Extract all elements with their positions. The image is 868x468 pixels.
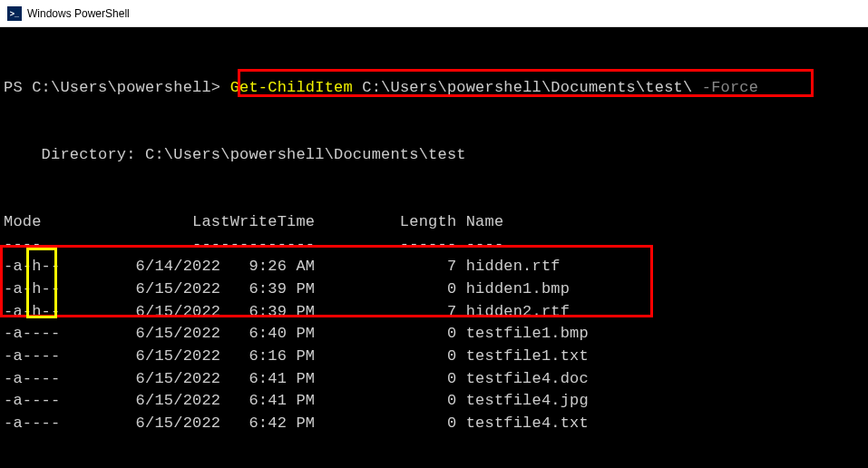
- powershell-icon: >_: [7, 6, 22, 21]
- directory-line: Directory: C:\Users\powershell\Documents…: [4, 146, 466, 163]
- terminal-area[interactable]: PS C:\Users\powershell> Get-ChildItem C:…: [0, 27, 868, 468]
- ps-prompt: PS C:\Users\powershell>: [4, 79, 220, 96]
- window-titlebar[interactable]: >_ Windows PowerShell: [0, 0, 868, 27]
- cmd-path-arg: C:\Users\powershell\Documents\test\: [362, 79, 692, 96]
- table-row: -a---- 6/15/2022 6:41 PM 0 testfile4.jpg: [4, 392, 589, 409]
- window-title: Windows PowerShell: [27, 7, 130, 20]
- table-row: -a---- 6/15/2022 6:42 PM 0 testfile4.txt: [4, 414, 589, 432]
- cmd-flag: -Force: [702, 79, 758, 96]
- table-row: -a-h-- 6/15/2022 6:39 PM 0 hidden1.bmp: [4, 280, 570, 297]
- table-row: -a-h-- 6/15/2022 6:39 PM 7 hidden2.rtf: [4, 303, 570, 320]
- table-header: Mode LastWriteTime Length Name: [4, 213, 503, 230]
- cmdlet-name: Get-ChildItem: [230, 79, 353, 96]
- table-row: -a---- 6/15/2022 6:40 PM 0 testfile1.bmp: [4, 325, 589, 342]
- prompt-line: PS C:\Users\powershell> Get-ChildItem C:…: [4, 79, 758, 96]
- table-row: -a-h-- 6/14/2022 9:26 AM 7 hidden.rtf: [4, 258, 561, 275]
- table-row: -a---- 6/15/2022 6:16 PM 0 testfile1.txt: [4, 347, 589, 365]
- table-row: -a---- 6/15/2022 6:41 PM 0 testfile4.doc: [4, 370, 589, 387]
- table-divider: ---- ------------- ------ ----: [4, 236, 503, 253]
- terminal-output: PS C:\Users\powershell> Get-ChildItem C:…: [4, 55, 868, 468]
